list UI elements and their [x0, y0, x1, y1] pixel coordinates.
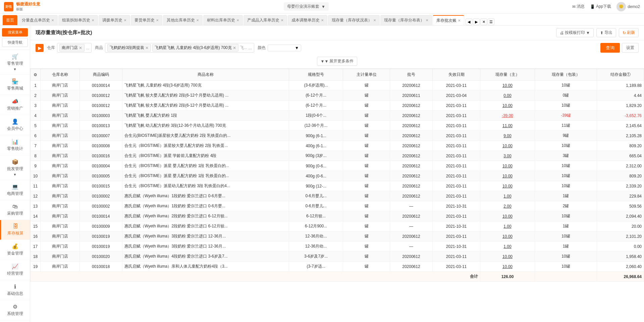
row-code: 00100009	[79, 221, 122, 231]
row-qty-main[interactable]: 2.00	[480, 201, 535, 211]
row-spec: 0-6月婴儿...	[289, 201, 343, 211]
color-select[interactable]: ▼	[268, 45, 301, 51]
close-icon[interactable]: ✕	[92, 18, 94, 22]
template-print-button[interactable]: 🖨 按模板打印 ▼	[556, 28, 594, 37]
tab-xiancunzhuang[interactable]: 现存量（库存状况表） ✕	[328, 15, 380, 25]
remove-tag-icon[interactable]: ✕	[79, 46, 82, 50]
row-batch: 20200612	[390, 231, 432, 241]
quick-nav-button[interactable]: 快捷导航	[2, 38, 28, 47]
close-icon[interactable]: ✕	[124, 18, 126, 22]
row-qty-main[interactable]: 1.00	[480, 241, 535, 252]
row-qty-main[interactable]: 0.00	[480, 91, 535, 101]
filter-expand-arrow[interactable]: ▶	[36, 44, 44, 52]
sidebar-item-batch[interactable]: 📦批发管理▼	[0, 155, 30, 180]
code-column-header: 商品编码	[79, 69, 122, 80]
row-expire: 2021-03-11	[432, 252, 480, 262]
close-icon[interactable]: ✕	[51, 18, 54, 22]
settings-column-header[interactable]: ⚙	[31, 69, 41, 80]
tab-fenpan[interactable]: 分量盘点单历史 ✕	[18, 15, 58, 25]
search-button[interactable]: 查询	[600, 43, 620, 53]
sidebar-item-operation[interactable]: 📈经营管理	[0, 260, 30, 280]
row-qty-main[interactable]: 10.00	[480, 252, 535, 262]
username: demo2	[628, 4, 640, 9]
close-icon[interactable]: ✕	[458, 19, 461, 22]
close-icon[interactable]: ✕	[156, 18, 159, 22]
close-icon[interactable]: ✕	[281, 18, 283, 22]
sidebar-label: 零售统计	[7, 146, 23, 152]
sidebar-label: 经营管理	[7, 271, 23, 276]
sidebar-item-retail-shop[interactable]: 🏪零售商城	[0, 75, 30, 95]
row-qty-main[interactable]: 1.00	[480, 221, 535, 231]
tab-chengbentiao[interactable]: 成本调整单历史 ✕	[288, 15, 327, 25]
message-button[interactable]: ✉ 消息	[572, 4, 585, 9]
tab-prev-button[interactable]: ◀	[466, 18, 472, 25]
tab-home[interactable]: 首页	[3, 15, 17, 25]
expand-conditions-button[interactable]: ▼▼ 展开更多条件	[317, 57, 358, 66]
sidebar-item-retail[interactable]: 🛒零售管理▼	[0, 50, 30, 75]
row-qty-main[interactable]: 10.00	[480, 80, 535, 91]
row-name: 飞鹤星飞帆 较大婴儿配方奶粉 2段(6-12个月婴幼儿适用) ...	[122, 91, 289, 101]
close-icon[interactable]: ✕	[196, 18, 199, 22]
row-qty-main[interactable]: 10.00	[480, 231, 535, 241]
sidebar-label: 系统管理	[7, 311, 23, 317]
tab-yaohuo[interactable]: 要货单历史 ✕	[131, 15, 162, 25]
sidebar-item-retail-stat[interactable]: 📊零售统计	[0, 135, 30, 155]
message-icon: ✉	[572, 4, 576, 9]
remove-icon[interactable]: ✕	[233, 46, 236, 50]
app-download-button[interactable]: 📱 App下载	[590, 4, 611, 9]
close-icon[interactable]: ✕	[236, 18, 239, 22]
close-icon[interactable]: ✕	[426, 18, 428, 22]
row-qty-main[interactable]: 10.00	[480, 161, 535, 171]
row-no: 5	[31, 121, 41, 131]
row-qty-main[interactable]: -39.00	[480, 111, 535, 121]
sidebar-item-member[interactable]: 👤会员中心	[0, 115, 30, 135]
tab-zuchai[interactable]: 组装拆卸单历史 ✕	[58, 15, 98, 25]
row-qty-main[interactable]: 11.00	[480, 121, 535, 131]
user-area[interactable]: 🙂 demo2	[616, 2, 640, 11]
row-spec: 6-12月较...	[289, 211, 343, 221]
sidebar-item-corp[interactable]: 🤝企业协同	[0, 320, 30, 322]
close-icon[interactable]: ✕	[321, 18, 324, 22]
close-icon[interactable]: ✕	[373, 18, 376, 22]
row-qty-main[interactable]: 10.00	[480, 101, 535, 111]
export-button[interactable]: ⬆ 导出	[596, 28, 616, 37]
row-qty-main[interactable]: 1.00	[480, 191, 535, 201]
sidebar-item-system[interactable]: ⚙系统管理	[0, 300, 30, 320]
tab-xiancunfen[interactable]: 现存量（库存分布表） ✕	[380, 15, 432, 25]
product-input[interactable]: 飞鹤奶粉3段两提装 ✕ 飞鹤星飞帆 儿童奶粉 4段(3-6岁适用) 700克 ✕…	[105, 43, 254, 53]
sidebar-item-purchase[interactable]: 🛍采购管理	[0, 200, 30, 220]
row-amount: 2,101.20	[597, 231, 644, 241]
row-qty-main[interactable]: 10.00	[480, 211, 535, 221]
row-warehouse: 南岸门店	[41, 262, 80, 272]
search-menu-button[interactable]: 搜索菜单	[2, 28, 28, 37]
tab-cailiaochu[interactable]: 材料出库单历史 ✕	[203, 15, 243, 25]
account-selector[interactable]: 母婴行业演示账套 ▼	[284, 2, 329, 11]
tab-pici[interactable]: 库存批次账 ✕	[433, 15, 464, 25]
row-qty-main[interactable]: 3.00	[480, 151, 535, 161]
row-unit: 罐	[343, 91, 390, 101]
row-warehouse: 南岸门店	[41, 101, 80, 111]
sidebar-item-basic[interactable]: ℹ基础信息	[0, 280, 30, 300]
row-qty-main[interactable]: 10.00	[480, 262, 535, 272]
row-qty-main[interactable]: 9.00	[480, 131, 535, 141]
row-qty-main[interactable]: 10.00	[480, 171, 535, 181]
tab-menu-button[interactable]: ☰	[488, 18, 494, 25]
sidebar-item-finance[interactable]: 💰资金管理	[0, 240, 30, 260]
row-qty-main[interactable]: 10.00	[480, 181, 535, 191]
row-warehouse: 南岸门店	[41, 151, 80, 161]
tab-chanpinru[interactable]: 产成品入库单历史 ✕	[244, 15, 287, 25]
warehouse-input[interactable]: 南岸门店 ✕ ...	[57, 43, 92, 53]
sidebar-item-inventory[interactable]: 🗄库存核算	[0, 220, 30, 240]
tab-close-button[interactable]: ✕	[480, 18, 487, 25]
settings-button[interactable]: 设置	[622, 43, 639, 53]
tab-next-button[interactable]: ▶	[473, 18, 480, 25]
sidebar-item-ecom[interactable]: 💻电商管理	[0, 180, 30, 200]
row-qty-pkg: 1罐	[535, 241, 597, 252]
row-expire: 2021-03-11	[432, 191, 480, 201]
remove-icon[interactable]: ✕	[145, 46, 149, 50]
row-qty-main[interactable]: 10.00	[480, 141, 535, 151]
tab-diaobo[interactable]: 调拨单历史 ✕	[99, 15, 130, 25]
refresh-button[interactable]: ↻ 刷新	[619, 28, 639, 37]
tab-qitachu[interactable]: 其他出库单历史 ✕	[163, 15, 203, 25]
sidebar-item-marketing[interactable]: 📣营销推广	[0, 95, 30, 115]
